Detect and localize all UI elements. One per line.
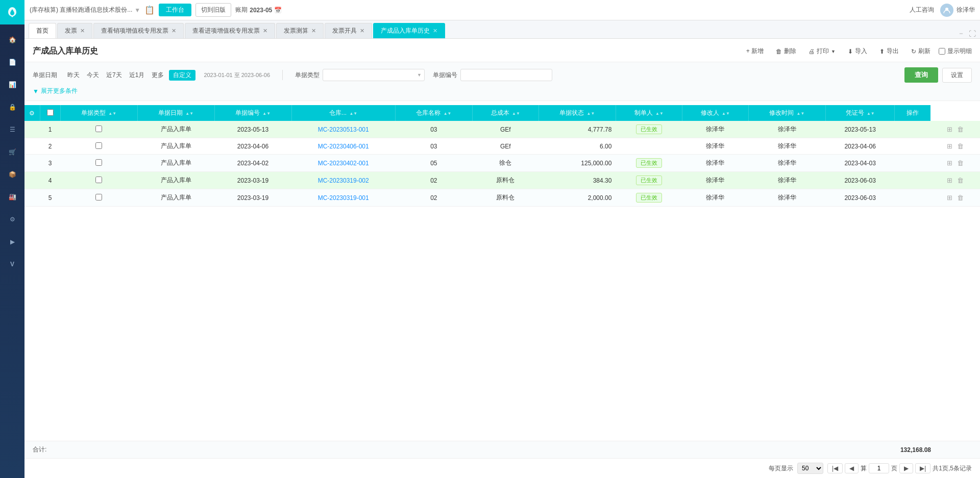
number-link[interactable]: MC-20230406-001 bbox=[318, 143, 369, 150]
tab-purchase-vat-close[interactable]: ✕ bbox=[263, 28, 267, 34]
th-number[interactable]: 单据编号 ▲▼ bbox=[214, 105, 291, 121]
view-icon[interactable]: ⊞ bbox=[947, 177, 952, 184]
row-checkbox[interactable] bbox=[95, 125, 102, 132]
company-selector[interactable]: (库存核算) 直播轻跑通信息技术股份... ▼ bbox=[30, 6, 140, 14]
table-wrapper[interactable]: ⚙ 单据类型 ▲▼ 单据日期 ▲▼ 单据编号 bbox=[24, 101, 980, 441]
user-info[interactable]: 徐泽华 bbox=[940, 4, 975, 17]
number-link[interactable]: MC-20230319-002 bbox=[318, 177, 369, 184]
first-page-button[interactable]: |◀ bbox=[827, 463, 843, 473]
maximize-icon[interactable]: ⛶ bbox=[969, 30, 976, 38]
last-page-button[interactable]: ▶| bbox=[915, 463, 930, 473]
tab-invoice-close[interactable]: ✕ bbox=[80, 28, 85, 34]
expand-more-button[interactable]: ▼ 展开更多条件 bbox=[33, 87, 972, 95]
page-size-label: 每页显示 bbox=[769, 464, 793, 473]
th-check-all[interactable] bbox=[47, 109, 54, 116]
shortcut-1month[interactable]: 近1月 bbox=[127, 70, 147, 81]
delete-row-icon[interactable]: 🗑 bbox=[957, 159, 964, 167]
tab-sales-vat-close[interactable]: ✕ bbox=[172, 28, 176, 34]
delete-row-icon[interactable]: 🗑 bbox=[957, 142, 964, 150]
print-button[interactable]: 🖨 打印 ▼ bbox=[804, 45, 840, 58]
th-total-cost[interactable]: 总成本 ▲▼ bbox=[472, 105, 538, 121]
th-status[interactable]: 单据状态 ▲▼ bbox=[538, 105, 616, 121]
row-checkbox[interactable] bbox=[95, 194, 102, 200]
total-value: 132,168.08 bbox=[55, 446, 972, 454]
tab-bar: 首页 发票 ✕ 查看销项增值税专用发票 ✕ 查看进项增值税专用发票 ✕ 发票测算… bbox=[24, 20, 980, 39]
calendar-icon[interactable]: 📅 bbox=[274, 7, 282, 14]
query-button[interactable]: 查询 bbox=[904, 67, 938, 83]
reset-button[interactable]: 设置 bbox=[942, 68, 972, 83]
show-detail-toggle[interactable]: 显示明细 bbox=[939, 47, 972, 56]
sidebar-item-chart[interactable]: 📊 bbox=[0, 73, 24, 96]
tab-invoice-open[interactable]: 发票开具 ✕ bbox=[325, 23, 372, 38]
minimize-icon[interactable]: － bbox=[958, 29, 965, 38]
sidebar-item-docs[interactable]: 📄 bbox=[0, 51, 24, 73]
th-date[interactable]: 单据日期 ▲▼ bbox=[137, 105, 214, 121]
tab-invoice-calc[interactable]: 发票测算 ✕ bbox=[276, 23, 324, 38]
th-seq[interactable] bbox=[40, 105, 60, 121]
sidebar-item-shopping[interactable]: 🛒 bbox=[0, 141, 24, 163]
th-type[interactable]: 单据类型 ▲▼ bbox=[60, 105, 137, 121]
sidebar-item-box[interactable]: 📦 bbox=[0, 163, 24, 186]
page-size-select[interactable]: 50 20 100 bbox=[797, 463, 823, 474]
workbench-button[interactable]: 工作台 bbox=[159, 4, 191, 16]
sidebar-item-lock[interactable]: 🔒 bbox=[0, 96, 24, 118]
sidebar-item-list[interactable]: ☰ bbox=[0, 118, 24, 141]
export-button[interactable]: ⬆ 导出 bbox=[875, 45, 903, 58]
cell-number: MC-20230406-001 bbox=[291, 138, 395, 155]
tab-home[interactable]: 首页 bbox=[29, 23, 56, 38]
sidebar-item-home[interactable]: 🏠 bbox=[0, 29, 24, 51]
tab-purchase-vat[interactable]: 查看进项增值税专用发票 ✕ bbox=[185, 23, 275, 38]
shortcut-more[interactable]: 更多 bbox=[150, 70, 166, 81]
import-button[interactable]: ⬇ 导入 bbox=[844, 45, 871, 58]
sidebar-item-settings[interactable]: ⚙ bbox=[0, 208, 24, 231]
th-creator[interactable]: 制单人 ▲▼ bbox=[616, 105, 682, 121]
shortcut-7days[interactable]: 近7天 bbox=[104, 70, 124, 81]
next-page-button[interactable]: ▶ bbox=[899, 463, 913, 473]
tab-sales-vat[interactable]: 查看销项增值税专用发票 ✕ bbox=[93, 23, 184, 38]
th-modify-time[interactable]: 修改时间 ▲▼ bbox=[748, 105, 825, 121]
number-link[interactable]: MC-20230402-001 bbox=[318, 160, 369, 167]
view-icon[interactable]: ⊞ bbox=[947, 142, 952, 150]
th-actions: 操作 bbox=[895, 105, 930, 121]
shortcut-today[interactable]: 今天 bbox=[85, 70, 101, 81]
shortcut-custom[interactable]: 自定义 bbox=[169, 70, 195, 81]
new-button[interactable]: + 新增 bbox=[742, 45, 768, 58]
sidebar-item-v[interactable]: V bbox=[0, 253, 24, 275]
app-logo[interactable] bbox=[0, 0, 24, 24]
tab-product-inbound[interactable]: 产成品入库单历史 ✕ bbox=[373, 23, 445, 38]
doc-icon[interactable]: 📋 bbox=[144, 5, 155, 15]
row-checkbox[interactable] bbox=[95, 142, 102, 149]
shortcut-yesterday[interactable]: 昨天 bbox=[65, 70, 82, 81]
row-checkbox[interactable] bbox=[95, 159, 102, 166]
number-link[interactable]: MC-20230319-001 bbox=[318, 194, 369, 202]
view-icon[interactable]: ⊞ bbox=[947, 125, 952, 133]
tab-product-inbound-close[interactable]: ✕ bbox=[433, 28, 437, 34]
company-dropdown-icon[interactable]: ▼ bbox=[134, 7, 140, 14]
delete-button[interactable]: 🗑 删除 bbox=[772, 45, 800, 58]
th-modifier[interactable]: 修改人 ▲▼ bbox=[682, 105, 748, 121]
tab-invoice[interactable]: 发票 ✕ bbox=[57, 23, 92, 38]
refresh-button[interactable]: ↻ 刷新 bbox=[907, 45, 935, 58]
delete-row-icon[interactable]: 🗑 bbox=[957, 194, 964, 202]
row-checkbox[interactable] bbox=[95, 177, 102, 183]
tab-invoice-open-close[interactable]: ✕ bbox=[360, 28, 364, 34]
th-voucher[interactable]: 凭证号 ▲▼ bbox=[825, 105, 895, 121]
number-input[interactable] bbox=[460, 69, 552, 81]
delete-row-icon[interactable]: 🗑 bbox=[957, 177, 964, 184]
th-settings[interactable]: ⚙ bbox=[24, 105, 40, 121]
sidebar-item-play[interactable]: ▶ bbox=[0, 231, 24, 253]
delete-row-icon[interactable]: 🗑 bbox=[957, 125, 964, 133]
prev-page-button[interactable]: ◀ bbox=[845, 463, 859, 473]
th-warehouse-name[interactable]: 仓库名称 ▲▼ bbox=[395, 105, 472, 121]
number-link[interactable]: MC-20230513-001 bbox=[318, 126, 369, 133]
type-select[interactable] bbox=[323, 69, 425, 81]
tab-invoice-calc-close[interactable]: ✕ bbox=[311, 28, 316, 34]
user-service[interactable]: 人工咨询 bbox=[910, 6, 934, 14]
sidebar-item-factory[interactable]: 🏭 bbox=[0, 186, 24, 208]
show-detail-checkbox[interactable] bbox=[939, 48, 945, 55]
view-icon[interactable]: ⊞ bbox=[947, 194, 952, 202]
page-input[interactable] bbox=[869, 463, 889, 473]
view-icon[interactable]: ⊞ bbox=[947, 159, 952, 167]
th-warehouse-code[interactable]: 仓库... ▲▼ bbox=[291, 105, 395, 121]
back-button[interactable]: 切到旧版 bbox=[195, 3, 231, 17]
